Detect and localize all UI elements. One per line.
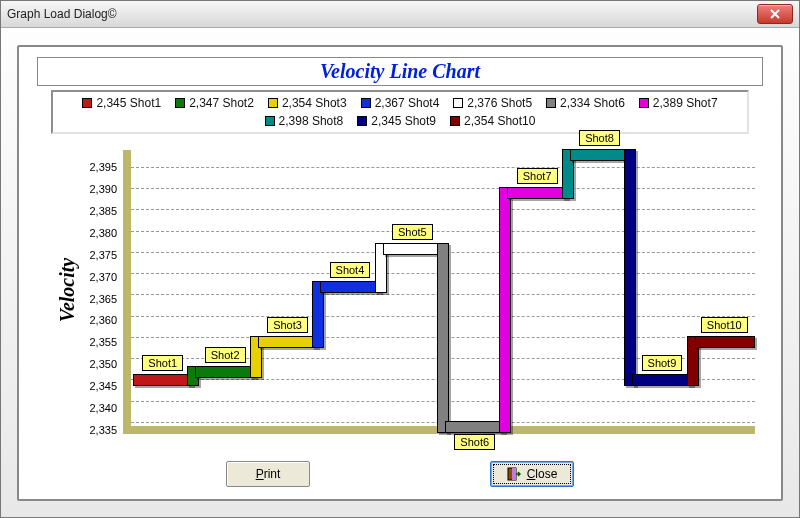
legend-item-shot5: 2,376 Shot5 xyxy=(453,96,532,110)
point-label-shot5: Shot5 xyxy=(392,224,433,240)
close-button[interactable]: Close xyxy=(490,461,574,487)
legend-label: 2,398 Shot8 xyxy=(279,114,344,128)
legend-swatch xyxy=(357,116,367,126)
legend-label: 2,354 Shot3 xyxy=(282,96,347,110)
y-tick: 2,340 xyxy=(89,402,117,414)
y-tick: 2,335 xyxy=(89,424,117,436)
content-panel: Velocity Line Chart 2,345 Shot12,347 Sho… xyxy=(17,45,783,501)
legend-item-shot10: 2,354 Shot10 xyxy=(450,114,535,128)
point-label-shot1: Shot1 xyxy=(142,355,183,371)
legend-item-shot1: 2,345 Shot1 xyxy=(82,96,161,110)
titlebar: Graph Load Dialog© xyxy=(1,1,799,28)
close-icon xyxy=(769,9,781,19)
plot-area: Velocity 2,3352,3402,3452,3502,3552,3602… xyxy=(37,140,763,440)
point-label-shot8: Shot8 xyxy=(579,130,620,146)
chart-title: Velocity Line Chart xyxy=(320,60,480,82)
print-button[interactable]: Print xyxy=(226,461,310,487)
point-label-shot6: Shot6 xyxy=(454,434,495,450)
legend-swatch xyxy=(82,98,92,108)
y-tick: 2,355 xyxy=(89,336,117,348)
legend-label: 2,354 Shot10 xyxy=(464,114,535,128)
dialog-window: Graph Load Dialog© Velocity Line Chart 2… xyxy=(0,0,800,518)
legend-item-shot7: 2,389 Shot7 xyxy=(639,96,718,110)
connector xyxy=(624,149,636,386)
point-label-shot10: Shot10 xyxy=(701,317,748,333)
y-tick: 2,345 xyxy=(89,380,117,392)
legend-swatch xyxy=(639,98,649,108)
point-label-shot4: Shot4 xyxy=(330,262,371,278)
legend-swatch xyxy=(546,98,556,108)
y-tick: 2,350 xyxy=(89,358,117,370)
y-tick: 2,370 xyxy=(89,271,117,283)
legend-label: 2,334 Shot6 xyxy=(560,96,625,110)
point-label-shot3: Shot3 xyxy=(267,317,308,333)
connector xyxy=(499,187,511,433)
close-label: Close xyxy=(527,467,558,481)
legend-swatch xyxy=(450,116,460,126)
legend-swatch xyxy=(265,116,275,126)
plot: Shot1Shot2Shot3Shot4Shot5Shot6Shot7Shot8… xyxy=(123,150,755,434)
legend-label: 2,389 Shot7 xyxy=(653,96,718,110)
point-label-shot7: Shot7 xyxy=(517,168,558,184)
y-tick: 2,385 xyxy=(89,205,117,217)
step-shot5 xyxy=(383,243,443,255)
door-exit-icon xyxy=(507,467,521,481)
step-shot4 xyxy=(320,281,380,293)
print-label: Print xyxy=(256,467,281,481)
y-tick: 2,395 xyxy=(89,161,117,173)
step-shot10 xyxy=(695,336,755,348)
step-shot6 xyxy=(445,421,505,433)
legend-label: 2,367 Shot4 xyxy=(375,96,440,110)
legend-item-shot2: 2,347 Shot2 xyxy=(175,96,254,110)
legend-label: 2,345 Shot9 xyxy=(371,114,436,128)
legend-item-shot4: 2,367 Shot4 xyxy=(361,96,440,110)
step-shot7 xyxy=(507,187,567,199)
step-shot3 xyxy=(258,336,318,348)
y-tick: 2,390 xyxy=(89,183,117,195)
legend-label: 2,376 Shot5 xyxy=(467,96,532,110)
window-close-button[interactable] xyxy=(757,4,793,24)
legend-item-shot3: 2,354 Shot3 xyxy=(268,96,347,110)
button-row: Print Close xyxy=(19,461,781,487)
connector xyxy=(437,243,449,433)
legend-label: 2,347 Shot2 xyxy=(189,96,254,110)
svg-rect-1 xyxy=(512,468,516,480)
y-tick: 2,360 xyxy=(89,314,117,326)
y-tick: 2,365 xyxy=(89,293,117,305)
y-tick: 2,380 xyxy=(89,227,117,239)
point-label-shot9: Shot9 xyxy=(642,355,683,371)
legend-swatch xyxy=(453,98,463,108)
legend-swatch xyxy=(361,98,371,108)
legend: 2,345 Shot12,347 Shot22,354 Shot32,367 S… xyxy=(51,90,749,134)
step-shot8 xyxy=(570,149,630,161)
y-tick-area: 2,3352,3402,3452,3502,3552,3602,3652,370… xyxy=(75,150,121,434)
chart-title-box: Velocity Line Chart xyxy=(37,57,763,86)
step-shot9 xyxy=(632,374,692,386)
legend-item-shot6: 2,334 Shot6 xyxy=(546,96,625,110)
legend-label: 2,345 Shot1 xyxy=(96,96,161,110)
legend-item-shot8: 2,398 Shot8 xyxy=(265,114,344,128)
legend-swatch xyxy=(175,98,185,108)
legend-swatch xyxy=(268,98,278,108)
window-title: Graph Load Dialog© xyxy=(7,7,117,21)
step-shot2 xyxy=(195,366,255,378)
step-shot1 xyxy=(133,374,193,386)
point-label-shot2: Shot2 xyxy=(205,347,246,363)
legend-item-shot9: 2,345 Shot9 xyxy=(357,114,436,128)
y-tick: 2,375 xyxy=(89,249,117,261)
